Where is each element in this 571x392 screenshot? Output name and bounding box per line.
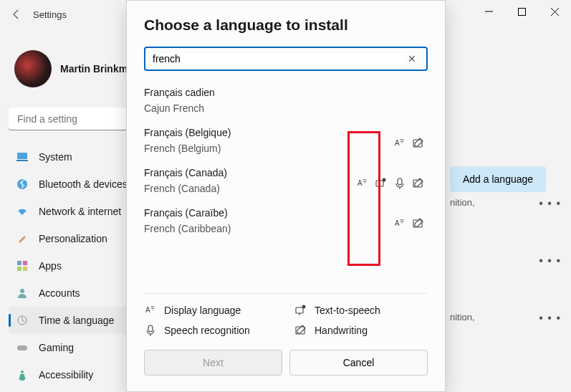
display-icon: A字 <box>393 217 406 230</box>
svg-rect-8 <box>23 261 27 265</box>
svg-rect-31 <box>296 307 303 313</box>
svg-text:字: 字 <box>400 219 404 224</box>
more-options-button[interactable]: • • • <box>539 197 561 210</box>
language-english-name: French (Caribbean) <box>144 223 231 234</box>
text-to-speech-icon <box>294 304 307 317</box>
svg-rect-34 <box>148 325 153 332</box>
language-option[interactable]: Français (Canada)French (Canada)A字 <box>144 161 428 201</box>
legend-text-to-speech: Text-to-speech <box>294 304 416 317</box>
nav-icon <box>16 368 29 381</box>
svg-point-11 <box>20 289 24 293</box>
back-button[interactable] <box>0 0 33 29</box>
display-language-icon: A字 <box>144 304 157 317</box>
language-search-input[interactable] <box>153 53 405 64</box>
dialog-title: Choose a language to install <box>144 16 428 34</box>
svg-rect-10 <box>23 267 27 271</box>
more-options-button[interactable]: • • • <box>539 312 561 325</box>
nav-icon <box>16 341 29 354</box>
svg-text:A: A <box>358 179 363 187</box>
language-search[interactable]: ✕ <box>144 47 428 71</box>
nav-icon <box>16 178 29 191</box>
language-english-name: French (Canada) <box>144 183 227 194</box>
nav-label: Bluetooth & devices <box>39 178 128 190</box>
legend-display-language: A字Display language <box>144 304 266 317</box>
svg-text:A: A <box>145 306 150 314</box>
language-option[interactable]: Français (Belgique)French (Belgium)A字 <box>144 121 428 161</box>
nav-label: Personalization <box>39 233 107 244</box>
nav-icon <box>16 314 29 327</box>
language-english-name: Cajun French <box>144 102 215 114</box>
legend-handwriting: Handwriting <box>294 324 416 337</box>
nav-label: Apps <box>39 260 62 272</box>
hand-icon <box>412 177 425 190</box>
clear-search-button[interactable]: ✕ <box>405 53 419 64</box>
close-button[interactable] <box>538 0 571 23</box>
minimize-button[interactable] <box>472 0 505 23</box>
display-icon: A字 <box>356 177 369 190</box>
feature-hint: nition, <box>450 312 475 322</box>
svg-text:字: 字 <box>363 178 367 183</box>
svg-text:字: 字 <box>150 305 155 310</box>
nav-label: Gaming <box>39 342 74 353</box>
nav-icon <box>16 205 29 218</box>
maximize-button[interactable] <box>505 0 538 23</box>
nav-label: Network & internet <box>39 206 121 217</box>
hand-icon <box>412 137 425 150</box>
feature-hint: nition, <box>450 197 475 208</box>
svg-point-33 <box>302 305 306 309</box>
window-title: Settings <box>33 9 67 20</box>
tts-icon <box>375 177 388 190</box>
svg-rect-5 <box>16 160 28 161</box>
language-native-name: Français (Belgique) <box>144 127 231 138</box>
svg-text:A: A <box>395 139 400 147</box>
language-english-name: French (Belgium) <box>144 143 231 154</box>
legend-speech-recognition: Speech recognition <box>144 324 266 337</box>
svg-rect-7 <box>17 261 21 265</box>
add-language-button[interactable]: Add a language <box>450 166 546 192</box>
nav-icon <box>16 232 29 245</box>
nav-label: System <box>39 151 72 163</box>
more-options-button[interactable]: • • • <box>539 254 561 267</box>
language-native-name: Français cadien <box>144 87 215 98</box>
language-option[interactable]: Français cadienCajun French <box>144 81 428 121</box>
svg-rect-9 <box>17 267 21 271</box>
svg-rect-13 <box>17 345 27 350</box>
hand-icon <box>412 217 425 230</box>
nav-icon <box>16 150 29 163</box>
svg-rect-1 <box>518 8 525 15</box>
nav-label: Time & language <box>39 315 114 326</box>
language-install-dialog: Choose a language to install ✕ Français … <box>126 0 446 392</box>
svg-rect-20 <box>376 181 383 186</box>
speech-icon <box>393 177 406 190</box>
svg-text:A: A <box>395 219 400 227</box>
display-icon: A字 <box>393 137 406 150</box>
svg-text:字: 字 <box>400 138 404 143</box>
speech-recognition-icon <box>144 324 157 337</box>
nav-icon <box>16 287 29 300</box>
handwriting-icon <box>294 324 307 337</box>
nav-label: Accounts <box>39 287 80 299</box>
language-option[interactable]: Français (Caraïbe)French (Caribbean)A字 <box>144 201 428 242</box>
avatar <box>14 50 52 87</box>
nav-icon <box>16 259 29 272</box>
nav-label: Accessibility <box>39 369 93 381</box>
language-native-name: Français (Caraïbe) <box>144 207 231 219</box>
svg-point-22 <box>383 178 386 182</box>
svg-rect-23 <box>398 178 402 185</box>
svg-rect-4 <box>17 153 27 159</box>
cancel-button[interactable]: Cancel <box>289 350 428 376</box>
next-button[interactable]: Next <box>144 350 282 376</box>
svg-point-14 <box>21 371 24 373</box>
language-native-name: Français (Canada) <box>144 167 227 178</box>
